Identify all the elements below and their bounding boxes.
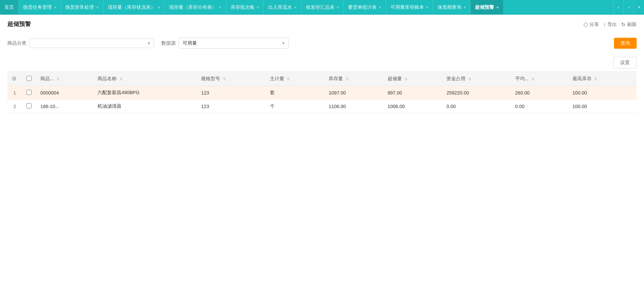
close-icon[interactable]: × (464, 5, 466, 10)
nav-abnormal[interactable]: 拣货异常处理 × (61, 0, 103, 15)
gear-icon[interactable]: ⚙ (12, 75, 17, 82)
row-spec: 123 (197, 86, 265, 100)
row-stock: 1106.00 (324, 100, 383, 113)
close-icon[interactable]: × (257, 5, 259, 10)
filter-buttons: 查询 (614, 38, 637, 49)
row-maxstock: 100.00 (568, 100, 637, 113)
page-header: 超储预警 ⬡ 分享 ↑ 导出 ↻ 刷新 (7, 21, 637, 28)
query-button[interactable]: 查询 (614, 38, 637, 49)
col-spec-header: 规格型号 ⇅ (197, 72, 265, 86)
nav-requisition[interactable]: 要货单统计表 × (344, 0, 386, 15)
close-icon[interactable]: × (96, 5, 98, 10)
row-checkbox-cell (22, 86, 36, 100)
nav-expiry[interactable]: 保质期查询 × (433, 0, 471, 15)
main-content: 超储预警 ⬡ 分享 ↑ 导出 ↻ 刷新 商品分类 ▾ 数据源 (0, 15, 644, 293)
col-overstock-header: 超储量 ⇅ (383, 72, 442, 86)
row-unit: 套 (266, 86, 325, 100)
close-icon[interactable]: × (426, 5, 428, 10)
share-icon: ⬡ (583, 22, 588, 27)
header-actions: ⬡ 分享 ↑ 导出 ↻ 刷新 (583, 21, 637, 28)
col-settings-header: ⚙ (7, 72, 22, 86)
row-overstock: 997.00 (383, 86, 442, 100)
table-header-row: ⚙ 商品... ⇅ 商品名称 ⇅ 规格型号 ⇅ 主计量 (7, 72, 637, 86)
row-unit: 个 (266, 100, 325, 113)
row-code: 0000004 (36, 86, 93, 100)
category-label: 商品分类 (7, 40, 26, 47)
close-icon[interactable]: × (54, 5, 56, 10)
row-num: 1 (7, 86, 22, 100)
row-checkbox-cell (22, 100, 36, 113)
row-num: 2 (7, 100, 22, 113)
refresh-button[interactable]: ↻ 刷新 (621, 21, 637, 28)
row-avg: 0.00 (511, 100, 568, 113)
row-code: 186-10... (36, 100, 93, 113)
col-code-header: 商品... ⇅ (36, 72, 93, 86)
export-button[interactable]: ↑ 导出 (603, 21, 617, 28)
col-avg-header: 平均... ⇅ (511, 72, 568, 86)
sort-icon[interactable]: ⇅ (223, 77, 226, 81)
sort-icon[interactable]: ⇅ (468, 77, 471, 81)
top-nav: 首页 拣货任务管理 × 拣货异常处理 × 现存量（库存状况表） × 现存量（库存… (0, 0, 644, 15)
close-icon[interactable]: × (496, 5, 498, 10)
page-title: 超储预警 (7, 21, 31, 28)
datasource-filter: 数据源 可用量 ▾ (161, 38, 289, 49)
nav-overstock[interactable]: 超储预警 × (471, 0, 503, 15)
nav-summary[interactable]: 收发存汇总表 × (301, 0, 344, 15)
nav-arrow-close[interactable]: × (634, 0, 644, 15)
sort-icon[interactable]: ⇅ (56, 77, 59, 81)
row-checkbox[interactable] (26, 90, 32, 95)
sort-icon[interactable]: ⇅ (405, 77, 407, 81)
sort-icon[interactable]: ⇅ (120, 77, 122, 81)
col-maxstock-header: 最高库存 ⇅ (568, 72, 637, 86)
close-icon[interactable]: × (158, 5, 160, 10)
refresh-icon: ↻ (621, 22, 626, 27)
settings-row: 设置 (7, 57, 637, 68)
datasource-select-value: 可用量 (183, 40, 197, 47)
row-spec: 123 (197, 100, 265, 113)
row-checkbox[interactable] (26, 103, 32, 108)
export-icon: ↑ (603, 22, 606, 27)
col-name-header: 商品名称 ⇅ (93, 72, 197, 86)
nav-task-mgmt[interactable]: 拣货任务管理 × (19, 0, 61, 15)
col-checkbox-header (22, 72, 36, 86)
table-row: 2 186-10... 机油滤清器 123 个 1106.00 1006.00 … (7, 100, 637, 113)
row-name: 六配套新昌490BPG (93, 86, 197, 100)
filter-bar: 商品分类 ▾ 数据源 可用量 ▾ 查询 (7, 34, 637, 52)
settings-button[interactable]: 设置 (613, 57, 637, 68)
row-overstock: 1006.00 (383, 100, 442, 113)
nav-flow[interactable]: 出入库流水 × (264, 0, 301, 15)
sort-icon[interactable]: ⇅ (531, 77, 534, 81)
sort-icon[interactable]: ⇅ (594, 77, 597, 81)
nav-batch[interactable]: 库存批次账 × (226, 0, 264, 15)
nav-stock-dist[interactable]: 现存量（库存分布表） × (165, 0, 226, 15)
nav-arrow-right[interactable]: › (623, 0, 634, 15)
close-icon[interactable]: × (379, 5, 381, 10)
row-avg: 260.00 (511, 86, 568, 100)
close-icon[interactable]: × (294, 5, 296, 10)
col-unit-header: 主计量 ⇅ (266, 72, 325, 86)
row-maxstock: 100.00 (568, 86, 637, 100)
share-button[interactable]: ⬡ 分享 (583, 21, 599, 28)
chevron-down-icon: ▾ (148, 41, 150, 46)
category-select[interactable]: ▾ (29, 38, 154, 48)
nav-stock-status[interactable]: 现存量（库存状况表） × (103, 0, 165, 15)
datasource-select[interactable]: 可用量 ▾ (179, 38, 289, 49)
col-capital-header: 资金占用 ⇅ (442, 72, 511, 86)
close-icon[interactable]: × (219, 5, 221, 10)
nav-available[interactable]: 可用量库存账本 × (386, 0, 433, 15)
row-name: 机油滤清器 (93, 100, 197, 113)
category-filter: 商品分类 ▾ (7, 38, 154, 48)
nav-home[interactable]: 首页 (0, 0, 19, 15)
col-stock-header: 库存量 ⇅ (324, 72, 383, 86)
sort-icon[interactable]: ⇅ (346, 77, 349, 81)
close-icon[interactable]: × (337, 5, 339, 10)
data-table: ⚙ 商品... ⇅ 商品名称 ⇅ 规格型号 ⇅ 主计量 (7, 71, 637, 113)
select-all-checkbox[interactable] (26, 76, 32, 81)
row-stock: 1097.00 (324, 86, 383, 100)
nav-arrow-left[interactable]: ‹ (613, 0, 623, 15)
nav-arrow-group: ‹ › × (613, 0, 644, 15)
sort-icon[interactable]: ⇅ (287, 77, 290, 81)
row-capital: 259220.00 (442, 86, 511, 100)
row-capital: 0.00 (442, 100, 511, 113)
table-row: 1 0000004 六配套新昌490BPG 123 套 1097.00 997.… (7, 86, 637, 100)
